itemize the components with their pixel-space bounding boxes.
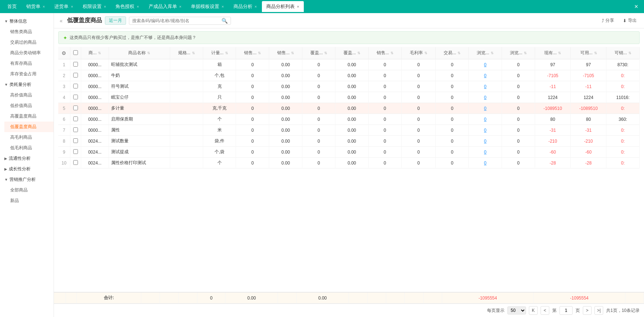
- export-button[interactable]: ⬇ 导出: [620, 16, 640, 25]
- row-checkbox[interactable]: [73, 160, 78, 165]
- sidebar-item-high-profit[interactable]: 高毛利商品: [4, 132, 54, 143]
- row-view1[interactable]: 0: [469, 70, 502, 81]
- current-column-header[interactable]: 现有...⇅: [535, 47, 570, 59]
- row-checkbox-cell[interactable]: [70, 70, 81, 81]
- row-view1[interactable]: 0: [469, 59, 502, 70]
- settings-column-header[interactable]: ⚙: [58, 47, 70, 59]
- row-checkbox-cell[interactable]: [70, 114, 81, 125]
- search-input[interactable]: [132, 18, 220, 23]
- nav-product-analysis-list[interactable]: 商品分析列表 ×: [262, 1, 303, 12]
- sidebar-item-sales-goods[interactable]: 销售类商品: [4, 27, 54, 37]
- filter-recent-month-button[interactable]: 近一月: [105, 16, 126, 25]
- unit-column-header[interactable]: 计量...⇅: [203, 47, 236, 59]
- row-view1[interactable]: 0: [469, 125, 502, 136]
- prev-page-button[interactable]: <: [541, 306, 549, 315]
- row-view1[interactable]: 0: [469, 147, 502, 158]
- row-view1[interactable]: 0: [469, 103, 502, 114]
- available-column-header[interactable]: 可用...⇅: [570, 47, 606, 59]
- nav-roles[interactable]: 角色授权 ×: [111, 1, 143, 12]
- select-all-checkbox[interactable]: [73, 50, 78, 55]
- view2-column-header[interactable]: 浏览...⇅: [502, 47, 535, 59]
- nav-product-analysis-close[interactable]: ×: [255, 4, 257, 9]
- sale-qty-column-header[interactable]: 销售...⇅: [236, 47, 269, 59]
- nav-product-analysis-list-close[interactable]: ×: [297, 4, 299, 9]
- code-column-header[interactable]: 商...⇅: [81, 47, 109, 59]
- row-checkbox[interactable]: [73, 95, 78, 99]
- row-view1[interactable]: 0: [469, 81, 502, 92]
- row-checkbox-cell[interactable]: [70, 125, 81, 136]
- row-checkbox[interactable]: [73, 149, 78, 154]
- sale3-column-header[interactable]: 销售...⇅: [368, 47, 401, 59]
- trade-column-header[interactable]: 交易...⇅: [436, 47, 469, 59]
- saleable-column-header[interactable]: 可销...⇅: [606, 47, 640, 59]
- search-icon[interactable]: 🔍: [221, 18, 228, 24]
- sidebar-item-high-value[interactable]: 高价值商品: [4, 90, 54, 100]
- cover2-column-header[interactable]: 覆盖...⇅: [335, 47, 368, 59]
- sidebar-section-growth[interactable]: ▶ 成长性分析: [0, 164, 54, 174]
- sidebar-item-traded-goods[interactable]: 交易过的商品: [4, 37, 54, 48]
- checkbox-column-header[interactable]: [70, 47, 81, 59]
- nav-roles-close[interactable]: ×: [137, 4, 139, 9]
- sidebar-section-overall[interactable]: ▼ 整体信息: [0, 16, 54, 27]
- nav-sales[interactable]: 销货单 ×: [22, 1, 49, 12]
- row-checkbox[interactable]: [73, 73, 78, 78]
- row-checkbox[interactable]: [73, 138, 78, 143]
- row-name: 眠宝公仔: [109, 92, 170, 103]
- settings-gear-icon[interactable]: ⚙: [62, 50, 66, 56]
- row-checkbox-cell[interactable]: [70, 81, 81, 92]
- row-checkbox-cell[interactable]: [70, 147, 81, 158]
- row-checkbox[interactable]: [73, 127, 78, 132]
- spec-column-header[interactable]: 规格...⇅: [170, 47, 203, 59]
- share-button[interactable]: ⤴ 分享: [599, 16, 617, 25]
- nav-permissions[interactable]: 权限设置 ×: [78, 1, 110, 12]
- sidebar-item-stock-capital[interactable]: 库存资金占用: [4, 69, 54, 79]
- row-checkbox-cell[interactable]: [70, 158, 81, 169]
- row-checkbox-cell[interactable]: [70, 59, 81, 70]
- nav-product-analysis[interactable]: 商品分析 ×: [229, 1, 261, 12]
- row-view1[interactable]: 0: [469, 158, 502, 169]
- nav-permissions-close[interactable]: ×: [104, 4, 106, 9]
- name-column-header[interactable]: 商品名称⇅: [109, 47, 170, 59]
- next-page-button[interactable]: >: [583, 306, 592, 315]
- cover1-column-header[interactable]: 覆盖...⇅: [302, 47, 335, 59]
- row-checkbox-cell[interactable]: [70, 92, 81, 103]
- nav-purchase[interactable]: 进货单 ×: [50, 1, 77, 12]
- first-page-button[interactable]: K: [529, 306, 538, 315]
- sidebar-section-consumption[interactable]: ▼ 类耗量分析: [0, 79, 54, 90]
- row-view1[interactable]: 0: [469, 92, 502, 103]
- nav-product-inbound-close[interactable]: ×: [179, 4, 181, 9]
- sidebar-item-category-rate[interactable]: 商品分类动销率: [4, 48, 54, 58]
- row-checkbox-cell[interactable]: [70, 136, 81, 147]
- row-checkbox[interactable]: [73, 116, 78, 121]
- nav-home[interactable]: 首页: [3, 1, 21, 12]
- sidebar-item-all-goods[interactable]: 全部商品: [4, 185, 54, 195]
- nav-template-close[interactable]: ×: [221, 4, 224, 9]
- collapse-sidebar-button[interactable]: «: [58, 17, 64, 24]
- sale-amt-column-header[interactable]: 销售...⇅: [269, 47, 302, 59]
- row-view1[interactable]: 0: [469, 114, 502, 125]
- nav-purchase-close[interactable]: ×: [71, 4, 73, 9]
- sidebar-section-marketing[interactable]: ▼ 营销推广分析: [0, 174, 54, 185]
- row-checkbox[interactable]: [73, 84, 78, 88]
- view1-column-header[interactable]: 浏览...⇅: [469, 47, 502, 59]
- sidebar-item-new-goods[interactable]: 新品: [4, 195, 54, 206]
- gross-column-header[interactable]: 毛利率⇅: [401, 47, 436, 59]
- row-checkbox-cell[interactable]: [70, 103, 81, 114]
- sidebar-item-high-coverage[interactable]: 高覆盖度商品: [4, 111, 54, 122]
- window-close-button[interactable]: ×: [631, 3, 641, 11]
- nav-sales-close[interactable]: ×: [43, 4, 45, 9]
- sidebar-item-stocked-goods[interactable]: 有库存商品: [4, 58, 54, 69]
- row-name: 测试提成: [109, 147, 170, 158]
- row-checkbox[interactable]: [73, 62, 78, 67]
- nav-product-inbound[interactable]: 产成品入库单 ×: [144, 1, 186, 12]
- last-page-button[interactable]: >|: [594, 306, 603, 315]
- sidebar-item-low-profit[interactable]: 低毛利商品: [4, 143, 54, 153]
- row-checkbox[interactable]: [73, 106, 78, 110]
- nav-template[interactable]: 单据模板设置 ×: [186, 1, 228, 12]
- page-number-input[interactable]: [559, 306, 573, 315]
- sidebar-item-low-coverage[interactable]: 低覆盖度商品: [4, 122, 54, 132]
- sidebar-item-low-value[interactable]: 低价值商品: [4, 100, 54, 111]
- sidebar-section-circulation[interactable]: ▶ 流通性分析: [0, 153, 54, 164]
- row-view1[interactable]: 0: [469, 136, 502, 147]
- page-size-select[interactable]: 50 100: [507, 306, 526, 314]
